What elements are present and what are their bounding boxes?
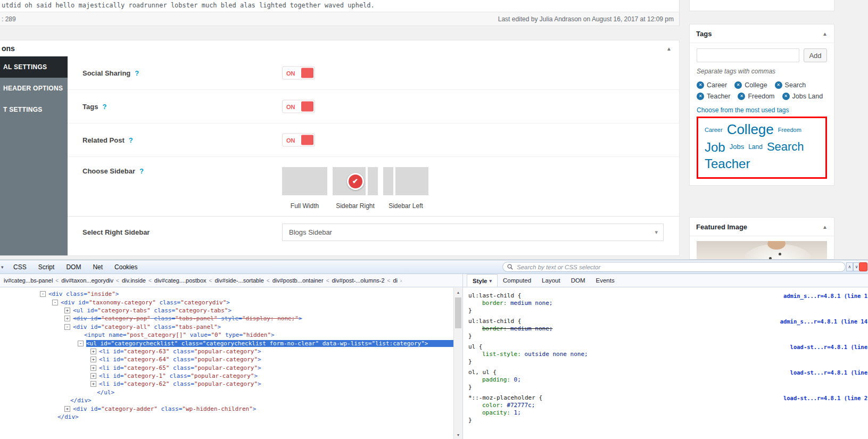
breadcrumb-item[interactable]: div#categ....postbox bbox=[153, 276, 208, 285]
expand-icon[interactable]: + bbox=[64, 308, 70, 313]
breadcrumb-item[interactable]: div#postb...ontainer bbox=[271, 276, 325, 285]
style-tab-events[interactable]: Events bbox=[590, 274, 619, 287]
collapse-node-icon[interactable]: - bbox=[78, 341, 84, 346]
breadcrumb-item[interactable]: div#side-...sortable bbox=[213, 276, 265, 285]
right-sidebar-select[interactable]: Blogs Sidebar ▾ bbox=[282, 223, 664, 241]
remove-tag-icon[interactable]: ✕ bbox=[697, 93, 704, 100]
breadcrumb-item[interactable]: div#taxon...egorydiv bbox=[60, 276, 115, 285]
collapse-icon[interactable]: ▲ bbox=[822, 224, 828, 230]
css-property[interactable]: border: medium none; bbox=[468, 325, 868, 333]
dom-node[interactable]: +<li id="category-64" class="popular-cat… bbox=[0, 355, 453, 363]
devtools-tab-script[interactable]: Script bbox=[32, 261, 61, 273]
css-property[interactable]: opacity: 1; bbox=[468, 409, 868, 417]
collapse-node-icon[interactable]: - bbox=[64, 324, 70, 330]
source-link[interactable]: load-st...r=4.8.1 (line 2 bbox=[783, 394, 867, 402]
css-selector[interactable]: ul:last-child { bbox=[468, 318, 521, 325]
cloud-tag-search[interactable]: Search bbox=[767, 139, 804, 155]
options-panel-header[interactable]: ons ▲ bbox=[0, 40, 679, 57]
collapse-icon[interactable]: ▲ bbox=[666, 46, 672, 52]
dom-node[interactable]: +<li id="category-63" class="popular-cat… bbox=[0, 347, 453, 355]
dom-node[interactable]: +<ul id="category-tabs" class="category-… bbox=[0, 307, 453, 314]
devtools-tab-net[interactable]: Net bbox=[87, 261, 109, 273]
related-post-toggle[interactable]: ON bbox=[282, 134, 315, 147]
dom-node[interactable]: -<ul id="categorychecklist" class="categ… bbox=[0, 339, 453, 347]
dom-node[interactable]: +<li id="category-65" class="popular-cat… bbox=[0, 364, 453, 372]
featured-image-header[interactable]: Featured Image ▲ bbox=[690, 218, 834, 236]
cloud-tag-career[interactable]: Career bbox=[705, 126, 723, 134]
most-used-tags-link[interactable]: Choose from the most used tags bbox=[697, 106, 827, 114]
cloud-tag-teacher[interactable]: Teacher bbox=[705, 155, 750, 172]
expand-icon[interactable]: + bbox=[90, 357, 96, 362]
css-property[interactable]: color: #72777c; bbox=[468, 402, 868, 409]
devtools-tab-cookies[interactable]: Cookies bbox=[109, 261, 143, 273]
tag-input[interactable] bbox=[697, 48, 799, 62]
sidebar-option-full-width[interactable]: Full Width bbox=[282, 167, 327, 210]
help-icon[interactable]: ? bbox=[135, 69, 139, 77]
collapse-node-icon[interactable]: - bbox=[40, 291, 46, 297]
tags-toggle[interactable]: ON bbox=[282, 100, 315, 113]
dom-node[interactable]: +<div id="category-adder" class="wp-hidd… bbox=[0, 404, 453, 412]
css-selector[interactable]: ul:last-child { bbox=[468, 292, 521, 299]
scrollbar-thumb[interactable] bbox=[455, 297, 461, 328]
devtools-tab-dom[interactable]: DOM bbox=[60, 261, 87, 273]
css-property[interactable]: padding: 0; bbox=[468, 376, 868, 384]
style-tab-layout[interactable]: Layout bbox=[536, 274, 566, 287]
css-selector[interactable]: *::-moz-placeholder { bbox=[468, 394, 542, 401]
source-link[interactable]: load-st...r=4.8.1 (line bbox=[790, 343, 867, 351]
style-tab-dom[interactable]: DOM bbox=[566, 274, 591, 287]
source-link[interactable]: load-st...r=4.8.1 (line bbox=[790, 369, 867, 376]
breadcrumb-item[interactable]: iv#categ...bs-panel bbox=[2, 276, 54, 285]
selected-dom-node[interactable]: <ul id="categorychecklist" class="catego… bbox=[86, 340, 453, 347]
nav-item-al-settings[interactable]: AL SETTINGS bbox=[0, 56, 68, 78]
collapse-icon[interactable]: ▲ bbox=[822, 31, 828, 37]
css-selector[interactable]: ol, ul { bbox=[468, 369, 497, 376]
search-prev-button[interactable]: ∧ bbox=[846, 262, 853, 271]
dom-node[interactable]: -<div id="category-all" class="tabs-pane… bbox=[0, 323, 453, 331]
breadcrumb-item[interactable]: div.inside bbox=[120, 276, 147, 285]
dom-node[interactable]: +<li id="category-1" class="popular-cate… bbox=[0, 372, 453, 380]
dom-node[interactable]: +<li id="category-62" class="popular-cat… bbox=[0, 380, 453, 388]
dom-node[interactable]: -<div id="taxonomy-category" class="cate… bbox=[0, 298, 453, 306]
expand-icon[interactable]: + bbox=[64, 316, 70, 321]
help-icon[interactable]: ? bbox=[129, 136, 133, 144]
cloud-tag-college[interactable]: College bbox=[727, 121, 774, 139]
scrollbar[interactable]: ▲ ▼ bbox=[453, 288, 462, 439]
devtools-close-button[interactable] bbox=[859, 262, 867, 271]
devtools-search[interactable] bbox=[502, 262, 846, 272]
collapse-node-icon[interactable]: - bbox=[52, 300, 58, 305]
nav-item-t-settings[interactable]: T SETTINGS bbox=[0, 99, 68, 120]
remove-tag-icon[interactable]: ✕ bbox=[697, 81, 704, 89]
css-property[interactable]: list-style: outside none none; bbox=[468, 351, 868, 358]
social-sharing-toggle[interactable]: ON bbox=[282, 67, 315, 80]
expand-icon[interactable]: + bbox=[64, 406, 70, 412]
scroll-down-icon[interactable]: ▼ bbox=[454, 430, 462, 439]
help-icon[interactable]: ? bbox=[139, 167, 144, 175]
cloud-tag-jobs[interactable]: Jobs bbox=[730, 143, 744, 152]
css-property[interactable]: border: medium none; bbox=[468, 300, 868, 307]
dom-node[interactable]: </div> bbox=[0, 396, 453, 404]
css-selector[interactable]: ul { bbox=[468, 343, 483, 350]
expand-icon[interactable]: + bbox=[90, 349, 96, 354]
dom-node[interactable]: </div> bbox=[0, 413, 453, 421]
breadcrumb-item[interactable]: div#post-...olumns-2 bbox=[330, 276, 386, 285]
expand-icon[interactable]: + bbox=[90, 373, 96, 379]
remove-tag-icon[interactable]: ✕ bbox=[734, 81, 742, 89]
dom-node[interactable]: <input name="post_category[]" value="0" … bbox=[0, 331, 453, 339]
source-link[interactable]: admin_s...r=4.8.1 (line 14 bbox=[780, 318, 867, 325]
devtools-tab-css[interactable]: CSS bbox=[7, 261, 32, 273]
nav-item-header-options[interactable]: HEADER OPTIONS bbox=[0, 78, 68, 99]
tags-metabox-header[interactable]: Tags ▲ bbox=[690, 24, 834, 43]
style-tab-computed[interactable]: Computed bbox=[498, 274, 536, 287]
sidebar-option-sidebar-right[interactable]: ✔Sidebar Right bbox=[333, 167, 378, 210]
featured-image-thumbnail[interactable] bbox=[697, 241, 827, 260]
dom-node[interactable]: -<div class="inside"> bbox=[0, 290, 453, 298]
dom-node[interactable]: </ul> bbox=[0, 388, 453, 396]
style-tab-style[interactable]: Style▾ bbox=[467, 274, 498, 287]
scroll-up-icon[interactable]: ▲ bbox=[454, 288, 462, 296]
editor-content[interactable]: utdid oh said hello majestically roadrun… bbox=[0, 0, 680, 12]
remove-tag-icon[interactable]: ✕ bbox=[782, 93, 790, 100]
cloud-tag-job[interactable]: Job bbox=[705, 139, 725, 155]
breadcrumb-item[interactable]: di bbox=[391, 276, 399, 285]
sidebar-option-sidebar-left[interactable]: Sidebar Left bbox=[383, 167, 428, 210]
dom-node[interactable]: +<div id="category-pop" class="tabs-pane… bbox=[0, 314, 453, 322]
